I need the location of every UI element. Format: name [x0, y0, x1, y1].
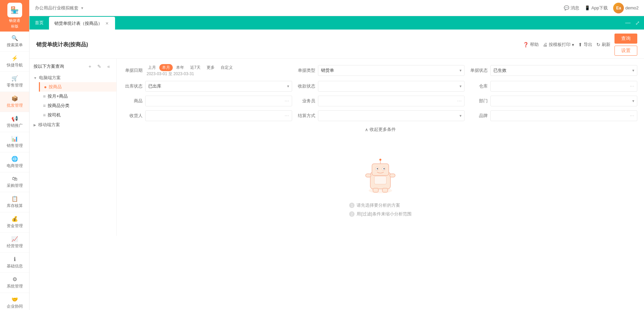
search-icon: 🔍: [11, 35, 18, 41]
sidebar-item-basic[interactable]: ℹ 基础信息: [0, 253, 29, 273]
user-area[interactable]: Ea demo2: [613, 3, 639, 13]
tab-bar-right: — ⤢: [624, 19, 644, 27]
tab-sales-stats[interactable]: 销货单统计表（按商品） ✕: [49, 17, 115, 30]
tree-group-mobile[interactable]: ▶ 移动端方案: [30, 120, 116, 129]
tree-group-desktop[interactable]: ▼ 电脑端方案: [30, 73, 116, 82]
pay-status-field[interactable]: ▾: [318, 81, 465, 92]
sidebar-item-label: 资金管理: [7, 223, 23, 229]
settlement-field[interactable]: ▾: [318, 110, 465, 121]
department-field[interactable]: ▾: [490, 96, 637, 106]
doc-status-label: 单据状态: [469, 67, 490, 73]
collapse-button[interactable]: ∧ 收起更多条件: [123, 124, 637, 135]
sidebar-item-finance[interactable]: 💰 资金管理: [0, 212, 29, 232]
avatar: Ea: [613, 3, 624, 13]
settlement-cell: 结算方式 ▾: [296, 110, 465, 121]
sidebar-item-label: 快捷导航: [7, 62, 23, 68]
by-category-icon: ≡: [43, 103, 46, 108]
sidebar-item-marketing[interactable]: 📢 营销推广: [0, 112, 29, 132]
sidebar-item-quick-nav[interactable]: ⚡ 快捷导航: [0, 52, 29, 72]
avatar-initials: Ea: [616, 6, 621, 10]
empty-steps: 1 请先选择要分析的方案 2 用[过滤]条件来缩小分析范围: [349, 202, 411, 217]
sidebar-item-search[interactable]: 🔍 搜索菜单: [0, 32, 29, 52]
date-field[interactable]: 上月 本月 本年 近7天 更多 自定义 2023-03-01 至 2023-03…: [145, 64, 292, 77]
sidebar-item-retail[interactable]: 🛒 零售管理: [0, 72, 29, 92]
salesman-more-icon: ···: [457, 98, 462, 104]
step2-dot: 2: [349, 211, 355, 217]
print-button[interactable]: 🖨 按模板打印 ▾: [543, 42, 574, 48]
tab-home-label: 首页: [35, 20, 44, 26]
recipient-field[interactable]: ···: [145, 110, 292, 121]
out-status-field[interactable]: 已出库 ▾: [145, 81, 292, 92]
tab-close-icon[interactable]: ✕: [104, 21, 110, 26]
product-label: 商品: [123, 98, 145, 104]
app-logo[interactable]: 🏪 畅捷通 标版: [0, 0, 29, 32]
settings-button[interactable]: 设置: [614, 46, 637, 56]
settlement-arrow-icon: ▾: [460, 113, 462, 118]
brand-field[interactable]: ···: [490, 110, 637, 121]
doc-status-value: 已生效: [493, 67, 632, 73]
query-button[interactable]: 查询: [614, 34, 637, 44]
tree-item-label: 按月+商品: [48, 93, 68, 99]
date-tag-this-month[interactable]: 本月: [159, 64, 173, 71]
sidebar-item-wholesale[interactable]: 📦 批发管理: [0, 92, 29, 112]
sidebar-item-operations[interactable]: 📈 经营管理: [0, 232, 29, 253]
doc-status-field[interactable]: 已生效 ▾: [490, 65, 637, 76]
product-field[interactable]: ···: [145, 96, 292, 106]
date-tag-this-year[interactable]: 本年: [173, 64, 187, 71]
refresh-icon: ↻: [596, 42, 600, 47]
collapse-panel-button[interactable]: «: [105, 63, 112, 70]
edit-scheme-button[interactable]: ✎: [96, 63, 103, 70]
tree-item-by-machine[interactable]: ≡ 按司机: [39, 110, 116, 120]
tree-item-by-category[interactable]: ≡ 按商品分类: [39, 101, 116, 110]
sidebar-item-label: 系统管理: [7, 283, 23, 289]
page-content: 销货单统计表(按商品) ❓ 帮助 🖨 按模板打印 ▾ ⬆ 导出: [30, 30, 644, 310]
messages-button[interactable]: 💬 消息: [564, 5, 579, 11]
message-icon: 💬: [564, 5, 569, 10]
add-scheme-button[interactable]: +: [86, 63, 94, 70]
date-tag-7days[interactable]: 近7天: [187, 64, 203, 71]
sidebar-item-inventory[interactable]: 📋 库存核算: [0, 192, 29, 212]
department-label: 部门: [469, 98, 490, 104]
doc-type-value: 销货单: [321, 67, 460, 73]
empty-step2: 2 用[过滤]条件来缩小分析范围: [349, 211, 411, 217]
print-icon: 🖨: [543, 42, 547, 47]
page-title: 销货单统计表(按商品): [36, 41, 88, 48]
tree-group-label: 移动端方案: [38, 122, 60, 128]
export-icon: ⬆: [578, 42, 582, 47]
by-machine-icon: ≡: [43, 112, 46, 118]
export-button[interactable]: ⬆ 导出: [578, 42, 592, 48]
print-dropdown-icon[interactable]: ▾: [572, 42, 574, 47]
doc-type-label: 单据类型: [296, 67, 318, 73]
doc-type-field[interactable]: 销货单 ▾: [318, 65, 465, 76]
finance-icon: 💰: [11, 216, 18, 222]
tab-expand-button[interactable]: ⤢: [633, 19, 641, 27]
download-button[interactable]: 📱 App下载: [585, 5, 608, 11]
tree-item-by-month-product[interactable]: ≡ 按月+商品: [39, 92, 116, 101]
tab-home[interactable]: 首页: [30, 16, 49, 30]
sidebar-item-sales[interactable]: 📊 销售管理: [0, 132, 29, 152]
help-button[interactable]: ❓ 帮助: [523, 42, 539, 48]
refresh-button[interactable]: ↻ 刷新: [596, 42, 610, 48]
sidebar-item-label: 电商管理: [7, 163, 23, 169]
page-inner: 销货单统计表(按商品) ❓ 帮助 🖨 按模板打印 ▾ ⬆ 导出: [30, 30, 644, 310]
salesman-field[interactable]: ···: [318, 96, 465, 106]
sidebar-item-purchase[interactable]: 🛍 采购管理: [0, 172, 29, 192]
warehouse-field[interactable]: ···: [490, 81, 637, 92]
sidebar-item-enterprise[interactable]: 🤝 企业协同: [0, 293, 29, 310]
tab-minimize-button[interactable]: —: [624, 19, 632, 27]
date-tag-more[interactable]: 更多: [204, 64, 217, 71]
breadcrumb-dropdown-icon[interactable]: ▾: [81, 6, 83, 10]
sidebar-item-label: 企业协同: [7, 304, 23, 309]
tab-bar: 首页 销货单统计表（按商品） ✕ — ⤢: [30, 16, 644, 30]
date-tag-custom[interactable]: 自定义: [218, 64, 235, 71]
settlement-label: 结算方式: [296, 113, 318, 119]
filter-left-panel: 按以下方案查询 + ✎ « ▼ 电脑端方案 ●: [30, 59, 117, 236]
help-icon: ❓: [523, 42, 529, 47]
date-tag-last-month[interactable]: 上月: [145, 64, 159, 71]
tree-item-by-product[interactable]: ● 按商品: [39, 82, 116, 92]
sidebar-item-ecommerce[interactable]: 🌐 电商管理: [0, 152, 29, 172]
by-product-icon: ●: [44, 84, 47, 90]
user-label: demo2: [625, 5, 639, 10]
marketing-icon: 📢: [11, 115, 18, 122]
sidebar-item-system[interactable]: ⚙ 系统管理: [0, 273, 29, 293]
